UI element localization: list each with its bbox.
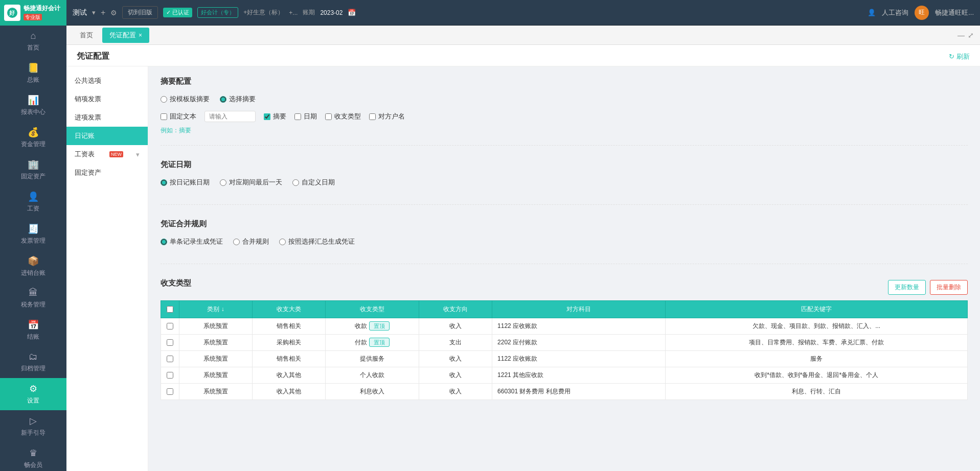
archive-icon: 🗂 (29, 351, 38, 362)
row-account: 1221 其他应收款 (492, 367, 666, 384)
date-radio-custom[interactable]: 自定义日期 (292, 178, 335, 187)
row-type: 利息收入 (325, 384, 419, 400)
tab-minimize-button[interactable]: — (958, 31, 965, 39)
tag-more: +... (289, 9, 298, 16)
summary-radio-select[interactable]: 选择摘要 (220, 95, 256, 104)
row-checkbox[interactable] (167, 323, 173, 329)
tab-maximize-button[interactable]: ⤢ (968, 31, 974, 39)
sidebar-item-tax-label: 税务管理 (21, 300, 45, 309)
row-major: 销售相关 (252, 351, 325, 367)
refresh-button[interactable]: ↻ 刷新 (949, 52, 970, 61)
merge-radio-rules[interactable]: 合并规则 (233, 237, 269, 246)
topbar-dropdown-icon[interactable]: ▾ (92, 9, 96, 16)
nav-item-public[interactable]: 公共选项 (66, 72, 148, 90)
nav-item-fixed-assets[interactable]: 固定资产 (66, 163, 148, 182)
tab-home[interactable]: 首页 (73, 28, 100, 43)
row-type: 付款 置顶 (325, 335, 419, 351)
nav-item-payroll[interactable]: 工资表 NEW ▾ (66, 145, 148, 163)
tabs-actions: — ⤢ (958, 31, 974, 39)
logo-sub: 专业版 (24, 14, 42, 20)
calendar-icon[interactable]: 📅 (348, 9, 356, 16)
topbar-right: 👤 人工咨询 旺 畅捷通旺旺... (868, 6, 974, 20)
date-title: 凭证日期 (161, 160, 968, 170)
col-checkbox[interactable] (161, 301, 179, 318)
username: 畅捷通旺旺... (935, 8, 974, 17)
sidebar-item-funds[interactable]: 💰 资金管理 (0, 122, 66, 154)
good-accounting-tag: 好会计（专） (197, 7, 238, 18)
row-account: 1122 应收账款 (492, 351, 666, 367)
sidebar-item-member[interactable]: ♛ 畅会员 (0, 442, 66, 471)
funds-icon: 💰 (28, 127, 39, 138)
row-major: 收入其他 (252, 384, 325, 400)
date-radio-group: 按日记账日期 对应期间最后一天 自定义日期 (161, 178, 968, 187)
row-keywords: 利息、行转、汇自 (666, 384, 968, 400)
nav-item-sales-invoice[interactable]: 销项发票 (66, 90, 148, 108)
row-checkbox-cell[interactable] (161, 318, 179, 335)
row-category: 系统预置 (179, 384, 253, 400)
checkbox-income-type[interactable]: 收支类型 (325, 112, 361, 121)
topbar-gear-icon[interactable]: ⚙ (110, 9, 117, 17)
payroll-expand-icon: ▾ (136, 151, 140, 158)
fixed-text-input[interactable] (204, 111, 256, 122)
select-all-checkbox[interactable] (167, 306, 173, 313)
date-radio-period-end[interactable]: 对应期间最后一天 (220, 178, 282, 187)
row-account: 660301 财务费用 利息费用 (492, 384, 666, 400)
sidebar-item-archive[interactable]: 🗂 归档管理 (0, 346, 66, 378)
sidebar-item-guide-label: 新手引导 (21, 429, 45, 437)
col-direction: 收支方向 (419, 301, 492, 318)
checkbox-fixed-text[interactable]: 固定文本 (161, 112, 196, 121)
sidebar-item-reports[interactable]: 📊 报表中心 (0, 89, 66, 122)
merge-radio-single[interactable]: 单条记录生成凭证 (161, 237, 223, 246)
checkbox-counterpart-name[interactable]: 对方户名 (369, 112, 405, 121)
user-avatar[interactable]: 旺 (915, 6, 929, 20)
row-checkbox[interactable] (167, 388, 173, 395)
merge-title: 凭证合并规则 (161, 219, 968, 229)
sidebar-item-close[interactable]: 📅 结账 (0, 314, 66, 346)
row-checkbox[interactable] (167, 356, 173, 362)
row-keywords: 欠款、现金、项目款、到款、报销款、汇入、... (666, 318, 968, 335)
row-keywords: 收到*借款、收到*备用金、退回*备用金、个人 (666, 367, 968, 384)
row-checkbox[interactable] (167, 372, 173, 379)
sidebar-item-purchase-sales[interactable]: 📦 进销台账 (0, 250, 66, 282)
certified-tag: ✓ 已认证 (163, 8, 192, 17)
tab-close-icon[interactable]: × (139, 32, 142, 39)
tab-voucher-config[interactable]: 凭证配置 × (102, 28, 149, 43)
sidebar-item-salary[interactable]: 👤 工资 (0, 186, 66, 218)
batch-delete-button[interactable]: 批量删除 (930, 280, 968, 295)
row-checkbox-cell[interactable] (161, 351, 179, 367)
checkbox-summary[interactable]: 摘要 (264, 112, 286, 121)
nav-item-journal[interactable]: 日记账 (66, 127, 148, 145)
row-checkbox-cell[interactable] (161, 367, 179, 384)
switch-version-button[interactable]: 切到旧版 (122, 6, 158, 19)
pin-top-tag[interactable]: 置顶 (369, 338, 390, 347)
page-body: 公共选项 销项发票 进项发票 日记账 工资表 NEW ▾ 固定资产 (66, 66, 980, 471)
merge-radio-group: 单条记录生成凭证 合并规则 按照选择汇总生成凭证 (161, 237, 968, 246)
checkbox-date[interactable]: 日期 (294, 112, 317, 121)
date-radio-journal[interactable]: 按日记账日期 (161, 178, 210, 187)
row-major: 采购相关 (252, 335, 325, 351)
sidebar-item-purchase-sales-label: 进销台账 (21, 269, 45, 277)
sidebar-item-settings[interactable]: ⚙ 设置 (0, 378, 66, 410)
consult-label[interactable]: 人工咨询 (882, 8, 908, 17)
sidebar-item-tax[interactable]: 🏛 税务管理 (0, 282, 66, 314)
table-row: 系统预置 销售相关 提供服务 收入 1122 应收账款 服务 (161, 351, 968, 367)
sidebar: 好 畅捷通好会计 专业版 ⌂ 首页 📒 总账 📊 报表中心 💰 资金管理 🏢 固… (0, 0, 66, 471)
sidebar-item-ledger-label: 总账 (27, 76, 39, 84)
row-direction: 收入 (419, 384, 492, 400)
merge-radio-summary[interactable]: 按照选择汇总生成凭证 (279, 237, 355, 246)
row-checkbox-cell[interactable] (161, 335, 179, 351)
sidebar-item-invoice-mgmt[interactable]: 🧾 发票管理 (0, 218, 66, 250)
main-area: 测试 ▾ + ⚙ 切到旧版 ✓ 已认证 好会计（专） +好生意（标） +... … (66, 0, 980, 471)
sidebar-item-home[interactable]: ⌂ 首页 (0, 26, 66, 57)
sidebar-item-ledger[interactable]: 📒 总账 (0, 57, 66, 89)
sidebar-item-assets[interactable]: 🏢 固定资产 (0, 154, 66, 186)
topbar-plus-icon[interactable]: + (101, 8, 105, 17)
row-checkbox-cell[interactable] (161, 384, 179, 400)
row-checkbox[interactable] (167, 339, 173, 346)
update-count-button[interactable]: 更新数量 (888, 280, 926, 295)
summary-radio-template[interactable]: 按模板版摘要 (161, 95, 210, 104)
main-panel: 摘要配置 按模板版摘要 选择摘要 固定文本 (148, 66, 980, 471)
nav-item-purchase-invoice[interactable]: 进项发票 (66, 108, 148, 127)
sidebar-item-guide[interactable]: ▷ 新手引导 (0, 410, 66, 442)
pin-top-tag[interactable]: 置顶 (369, 321, 390, 331)
